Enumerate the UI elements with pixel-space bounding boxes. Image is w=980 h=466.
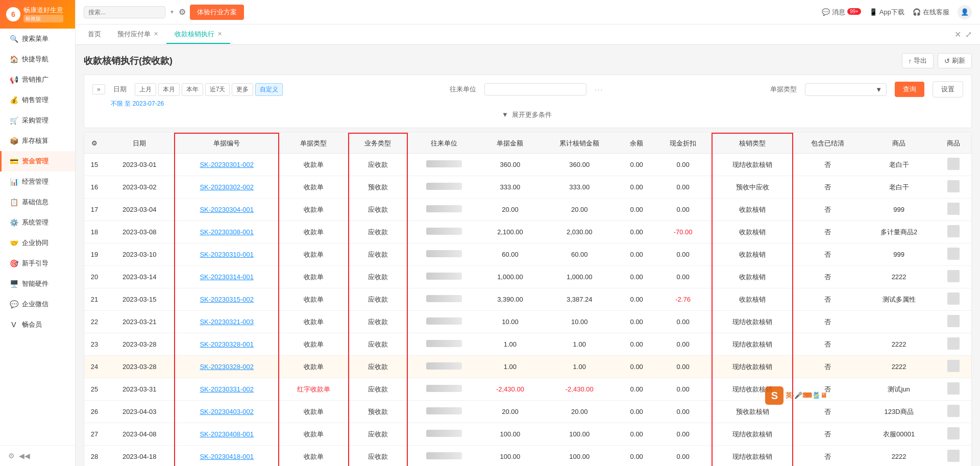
row-discount: 0.00 [654,154,713,176]
row-doc-type: 收款单 [279,154,349,176]
row-balance: 0.00 [619,401,654,423]
data-table-container: ⚙ 日期 单据编号 单据类型 业务类型 往来单位 单据金额 累计核销金额 余额 … [84,132,972,466]
sidebar-item-guide[interactable]: 🎯 新手引导 [0,253,75,274]
row-order-no[interactable]: SK-20230315-002 [175,288,278,311]
row-order-no[interactable]: SK-20230301-002 [175,154,278,176]
sidebar-item-system[interactable]: ⚙️ 系统管理 [0,212,75,233]
messages-item[interactable]: 💬 消息 99+ [822,8,861,17]
row-order-no[interactable]: SK-20230418-001 [175,446,278,467]
custom-date-btn[interactable]: 自定义 [255,83,283,96]
row-order-no[interactable]: SK-20230314-001 [175,266,278,288]
industry-solution-button[interactable]: 体验行业方案 [190,5,244,20]
sidebar-item-basic[interactable]: 📋 基础信息 [0,192,75,212]
row-biz-type: 应收款 [349,266,407,288]
row-biz-type: 应收款 [349,243,407,266]
row-doc-type: 收款单 [279,401,349,423]
collapse-icon[interactable]: ◀◀ [19,452,30,460]
row-partner [407,446,480,467]
receipt-type-select[interactable]: ▼ [805,83,887,96]
this-year-btn[interactable]: 本年 [182,83,203,96]
row-included: 否 [793,176,862,199]
sidebar-item-search[interactable]: 🔍 搜索菜单 [0,29,75,49]
sidebar-item-finance[interactable]: 💳 资金管理 [0,151,75,171]
row-order-no[interactable]: SK-20230310-001 [175,243,278,266]
col-amount: 单据金额 [480,133,540,154]
sidebar-item-member[interactable]: V 畅会员 [0,314,75,335]
row-included: 否 [793,243,862,266]
refresh-button[interactable]: ↺ 刷新 [938,53,972,68]
service-item[interactable]: 🎧 在线客服 [913,8,949,17]
row-order-no[interactable]: SK-20230308-001 [175,221,278,243]
inventory-icon: 📦 [10,137,18,145]
row-order-no[interactable]: SK-20230328-001 [175,333,278,356]
page-actions: ↑ 导出 ↺ 刷新 [902,53,972,68]
filter-section: » 日期 上月 本月 本年 近7天 更多 自定义 往来单位 ··· 单据类型 [84,75,972,128]
row-order-no[interactable]: SK-20230408-001 [175,423,278,446]
row-product2 [936,446,971,467]
tab-close-prepayment[interactable]: ✕ [154,31,158,37]
row-doc-type: 收款单 [279,266,349,288]
export-icon: ↑ [909,57,912,65]
row-discount: -70.00 [654,221,713,243]
expand-conditions-row[interactable]: ▼ 展开更多条件 [92,110,963,119]
more-dates-btn[interactable]: 更多 [232,83,253,96]
row-product2 [936,266,971,288]
row-product1: 2222 [862,446,936,467]
sidebar-item-enterprise[interactable]: 🤝 企业协同 [0,233,75,253]
sidebar-item-inventory[interactable]: 📦 库存核算 [0,131,75,151]
breadcrumb-search[interactable] [84,6,165,18]
row-write-off: 100.00 [540,446,619,467]
row-order-no[interactable]: SK-20230403-002 [175,401,278,423]
tab-close-writeoff[interactable]: ✕ [217,31,222,37]
app-download-item[interactable]: 📱 App下载 [869,8,904,17]
sidebar-item-marketing[interactable]: 📢 营销推广 [0,69,75,90]
gear-icon[interactable]: ⚙ [179,7,186,17]
expand-tabs-icon[interactable]: ⤢ [965,30,972,39]
query-button[interactable]: 查询 [895,82,924,97]
last-7days-btn[interactable]: 近7天 [205,83,230,96]
row-date: 2023-03-31 [105,378,175,401]
sidebar-item-purchase[interactable]: 🛒 采购管理 [0,110,75,131]
row-discount: 0.00 [654,423,713,446]
row-product2 [936,154,971,176]
user-avatar[interactable]: 👤 [958,5,972,19]
row-write-off: -2,430.00 [540,378,619,401]
export-button[interactable]: ↑ 导出 [902,53,934,68]
tab-prepayment[interactable]: 预付应付单 ✕ [109,26,166,44]
last-month-btn[interactable]: 上月 [135,83,156,96]
row-product2 [936,401,971,423]
row-included: 否 [793,378,862,401]
table-row: 152023-03-01SK-20230301-002收款单应收款360.003… [84,154,971,176]
partner-filter-input[interactable] [484,83,586,95]
row-discount: 0.00 [654,199,713,221]
tab-home[interactable]: 首页 [80,26,109,44]
sidebar-item-quicknav[interactable]: 🏠 快捷导航 [0,49,75,69]
table-row: 182023-03-08SK-20230308-001收款单应收款2,100.0… [84,221,971,243]
row-order-no[interactable]: SK-20230331-002 [175,378,278,401]
sidebar-item-wechat[interactable]: 💬 企业微信 [0,294,75,314]
row-write-off-type: 现结收款核销 [712,154,793,176]
sidebar-item-hardware[interactable]: 🖥️ 智能硬件 [0,274,75,294]
table-row: 202023-03-14SK-20230314-001收款单应收款1,000.0… [84,266,971,288]
row-balance: 0.00 [619,199,654,221]
filter-expand-toggle[interactable]: » [92,84,105,94]
row-order-no[interactable]: SK-20230304-001 [175,199,278,221]
sidebar-item-operations[interactable]: 📊 经营管理 [0,171,75,192]
row-order-no[interactable]: SK-20230328-002 [175,356,278,378]
row-amount: 1.00 [480,356,540,378]
message-icon: 💬 [822,8,830,16]
row-included: 否 [793,288,862,311]
row-num: 19 [84,243,105,266]
data-table: ⚙ 日期 单据编号 单据类型 业务类型 往来单位 单据金额 累计核销金额 余额 … [84,133,971,466]
row-order-no[interactable]: SK-20230302-002 [175,176,278,199]
settings-filter-button[interactable]: 设置 [933,81,963,97]
tab-writeoff[interactable]: 收款核销执行 ✕ [166,26,230,44]
this-month-btn[interactable]: 本月 [158,83,180,96]
row-order-no[interactable]: SK-20230321-003 [175,311,278,333]
sidebar-item-sales[interactable]: 💰 销售管理 [0,90,75,110]
settings-bottom-icon[interactable]: ⚙ [8,452,15,460]
close-all-tabs-icon[interactable]: ✕ [954,30,961,39]
sidebar-bottom: ⚙ ◀◀ [0,445,75,466]
row-num: 27 [84,423,105,446]
col-settings-icon[interactable]: ⚙ [84,133,105,154]
